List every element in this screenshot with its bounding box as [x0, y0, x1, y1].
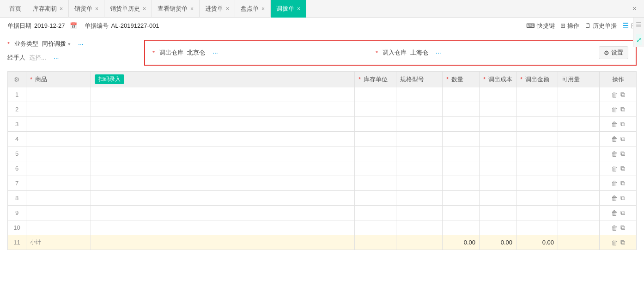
- cost-cell[interactable]: [480, 206, 516, 220]
- delete-row-icon[interactable]: 🗑: [611, 209, 618, 217]
- unit-cell[interactable]: [355, 161, 396, 176]
- amount-cell[interactable]: [516, 220, 558, 235]
- amount-cell[interactable]: [516, 87, 558, 102]
- spec-cell[interactable]: [396, 161, 443, 176]
- qty-cell[interactable]: [443, 220, 480, 235]
- unit-cell[interactable]: [355, 117, 396, 132]
- spec-cell[interactable]: [396, 191, 443, 206]
- amount-cell[interactable]: [516, 176, 558, 191]
- history-btn[interactable]: 🗒 历史单据: [585, 22, 617, 30]
- qty-cell[interactable]: [443, 146, 480, 161]
- copy-row-icon[interactable]: ⧉: [620, 135, 625, 143]
- copy-row-icon[interactable]: ⧉: [620, 91, 625, 98]
- unit-cell[interactable]: [355, 132, 396, 146]
- table-gear-icon[interactable]: ⚙: [14, 76, 20, 83]
- qty-cell[interactable]: [443, 206, 480, 220]
- business-type-select[interactable]: 同价调拨 ▾: [42, 40, 71, 48]
- cost-cell[interactable]: [480, 87, 516, 102]
- qty-cell[interactable]: [443, 191, 480, 206]
- cost-cell[interactable]: [480, 191, 516, 206]
- product-cell[interactable]: [26, 117, 91, 132]
- out-warehouse-more[interactable]: ···: [213, 49, 218, 56]
- spec-cell[interactable]: [396, 102, 443, 117]
- product-cell[interactable]: [26, 191, 91, 206]
- product-cell[interactable]: [26, 102, 91, 117]
- unit-cell[interactable]: [355, 146, 396, 161]
- qty-cell[interactable]: [443, 87, 480, 102]
- cost-cell[interactable]: [480, 132, 516, 146]
- delete-row-icon[interactable]: 🗑: [611, 106, 618, 113]
- tab-close-purchase[interactable]: ×: [226, 6, 229, 12]
- delete-row-icon[interactable]: 🗑: [611, 165, 618, 172]
- amount-cell[interactable]: [516, 146, 558, 161]
- business-type-more[interactable]: ···: [78, 40, 84, 48]
- tab-inventory-init[interactable]: 库存期初 ×: [27, 0, 69, 18]
- spec-cell[interactable]: [396, 117, 443, 132]
- qty-cell[interactable]: [443, 117, 480, 132]
- delete-row-icon[interactable]: 🗑: [611, 195, 618, 202]
- subtotal-product-cell[interactable]: 小计: [26, 235, 91, 250]
- amount-cell[interactable]: [516, 206, 558, 220]
- amount-cell[interactable]: [516, 161, 558, 176]
- delete-row-icon[interactable]: 🗑: [611, 121, 618, 128]
- cost-cell[interactable]: [480, 161, 516, 176]
- tab-view-sales[interactable]: 查看销货单 ×: [152, 0, 200, 18]
- settings-btn[interactable]: ⚙ 设置: [599, 46, 628, 59]
- cost-cell[interactable]: [480, 220, 516, 235]
- tab-sales-history[interactable]: 销货单历史 ×: [104, 0, 152, 18]
- calendar-icon[interactable]: 📅: [70, 22, 77, 29]
- copy-row-icon[interactable]: ⧉: [620, 179, 625, 187]
- copy-row-icon[interactable]: ⧉: [620, 150, 625, 158]
- delete-icon[interactable]: 🗑: [611, 239, 618, 246]
- copy-row-icon[interactable]: ⧉: [620, 165, 625, 172]
- delete-row-icon[interactable]: 🗑: [611, 135, 618, 143]
- spec-cell[interactable]: [396, 176, 443, 191]
- unit-cell[interactable]: [355, 220, 396, 235]
- amount-cell[interactable]: [516, 132, 558, 146]
- qty-cell[interactable]: [443, 161, 480, 176]
- product-cell[interactable]: [26, 132, 91, 146]
- spec-cell[interactable]: [396, 220, 443, 235]
- delete-row-icon[interactable]: 🗑: [611, 224, 618, 232]
- tab-purchase[interactable]: 进货单 ×: [200, 0, 235, 18]
- sidebar-expand-icon[interactable]: ⤢: [636, 34, 642, 45]
- out-warehouse-value[interactable]: 北京仓: [187, 49, 205, 57]
- product-cell[interactable]: [26, 161, 91, 176]
- tab-home[interactable]: 首页: [4, 0, 27, 18]
- copy-row-icon[interactable]: ⧉: [620, 209, 625, 217]
- tab-inventory-check[interactable]: 盘点单 ×: [235, 0, 271, 18]
- amount-cell[interactable]: [516, 117, 558, 132]
- scan-input-btn[interactable]: 扫码录入: [95, 74, 124, 84]
- shortcut-btn[interactable]: ⌨ 快捷键: [526, 22, 555, 30]
- product-cell[interactable]: [26, 220, 91, 235]
- amount-cell[interactable]: [516, 191, 558, 206]
- unit-cell[interactable]: [355, 191, 396, 206]
- spec-cell[interactable]: [396, 132, 443, 146]
- tab-close-inventory-check[interactable]: ×: [261, 6, 265, 12]
- copy-icon[interactable]: ⧉: [620, 238, 625, 246]
- date-value[interactable]: 2019-12-27: [34, 22, 65, 29]
- cost-cell[interactable]: [480, 146, 516, 161]
- copy-row-icon[interactable]: ⧉: [620, 224, 625, 232]
- cost-cell[interactable]: [480, 117, 516, 132]
- delete-row-icon[interactable]: 🗑: [611, 180, 618, 187]
- amount-cell[interactable]: [516, 102, 558, 117]
- product-cell[interactable]: [26, 146, 91, 161]
- unit-cell[interactable]: [355, 206, 396, 220]
- tab-transfer[interactable]: 调拨单 ×: [271, 0, 306, 18]
- tab-close-view-sales[interactable]: ×: [190, 6, 194, 12]
- tab-bar-close-btn[interactable]: ×: [629, 5, 640, 13]
- delete-row-icon[interactable]: 🗑: [611, 91, 618, 98]
- operation-btn[interactable]: ⊞ 操作: [560, 22, 579, 30]
- handler-more[interactable]: ···: [54, 54, 59, 61]
- handler-input[interactable]: 选择...: [29, 54, 46, 62]
- grid-view-1-btn[interactable]: ☰: [622, 21, 629, 30]
- copy-row-icon[interactable]: ⧉: [620, 120, 625, 128]
- unit-cell[interactable]: [355, 176, 396, 191]
- unit-cell[interactable]: [355, 87, 396, 102]
- qty-cell[interactable]: [443, 132, 480, 146]
- spec-cell[interactable]: [396, 87, 443, 102]
- copy-row-icon[interactable]: ⧉: [620, 194, 625, 202]
- tab-close-transfer[interactable]: ×: [297, 6, 300, 12]
- product-cell[interactable]: [26, 176, 91, 191]
